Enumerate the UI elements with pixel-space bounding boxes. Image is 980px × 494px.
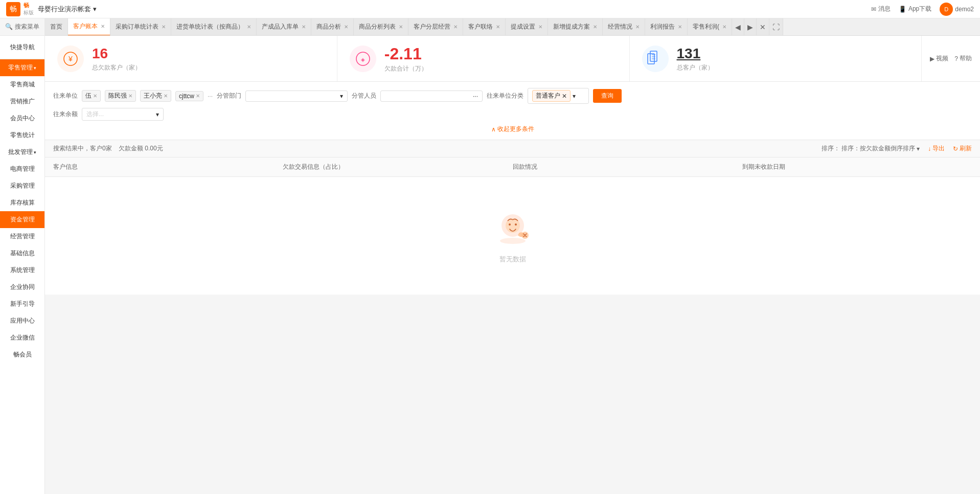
message-btn[interactable]: ✉ 消息: [871, 5, 891, 13]
tab-customer-contact-close[interactable]: ✕: [496, 24, 500, 30]
tab-customer-ledger[interactable]: 客户账本 ✕: [68, 18, 110, 36]
tab-inbound-label: 进货单统计表（按商品）: [176, 23, 244, 31]
person-more: ···: [473, 93, 478, 100]
export-btn[interactable]: ↓ 导出: [928, 144, 945, 153]
sidebar-item-newbie[interactable]: 新手引导: [0, 296, 44, 312]
tab-home[interactable]: 首页: [45, 18, 68, 36]
user-area[interactable]: D demo2: [940, 3, 974, 16]
refresh-btn[interactable]: ↻ 刷新: [953, 144, 972, 153]
filter-tag-cjttcw[interactable]: cjttcw ✕: [175, 91, 203, 101]
tab-profit-report[interactable]: 利润报告 ✕: [645, 18, 688, 36]
app-download-btn[interactable]: 📱 App下载: [899, 5, 931, 13]
tab-retail-profit-close[interactable]: ✕: [722, 24, 726, 30]
filter-tag-unit[interactable]: 伍 ✕: [82, 90, 101, 102]
basic-info-label: 基础信息: [10, 250, 35, 257]
tab-production-in[interactable]: 产成品入库单 ✕: [257, 18, 311, 36]
svg-text:¥: ¥: [68, 55, 73, 63]
empty-text: 暂无数据: [499, 255, 526, 264]
tab-customer-tier-close[interactable]: ✕: [453, 24, 458, 30]
tag-cjttcw-close[interactable]: ✕: [196, 93, 200, 99]
sidebar-item-retail-mall[interactable]: 零售商城: [0, 76, 44, 93]
sidebar-search-label: 搜索菜单: [15, 23, 39, 30]
tab-commission-label: 提成设置: [511, 23, 535, 31]
filter-tag-wang[interactable]: 王小亮 ✕: [140, 90, 171, 102]
tab-nav-next[interactable]: ▶: [744, 18, 757, 36]
tab-maximize[interactable]: ⛶: [769, 18, 783, 36]
help-doc-btn[interactable]: ? 帮助: [954, 54, 972, 63]
tab-production-close[interactable]: ✕: [302, 24, 306, 30]
tag-chen-close[interactable]: ✕: [128, 93, 132, 99]
sidebar-item-operations[interactable]: 经营管理: [0, 228, 44, 245]
tab-add-commission-plan[interactable]: 新增提成方案 ✕: [548, 18, 603, 36]
tab-retail-profit[interactable]: 零售利润( ✕: [688, 18, 732, 36]
tag-wang-close[interactable]: ✕: [164, 93, 168, 99]
debtors-label: 总欠款客户（家）: [92, 63, 141, 72]
sidebar-item-wholesale-mgmt[interactable]: 批发管理 ▾: [0, 144, 44, 161]
tab-customer-ledger-close[interactable]: ✕: [101, 24, 105, 29]
query-button[interactable]: 查询: [593, 89, 622, 103]
balance-label: 往来余额: [53, 110, 78, 119]
sort-select[interactable]: 排序： 排序：按欠款金额倒序排序 ▾: [822, 144, 920, 153]
sidebar-item-inventory[interactable]: 库存核算: [0, 194, 44, 211]
app-edition: 标版: [24, 9, 34, 16]
tab-commission-close[interactable]: ✕: [538, 24, 542, 30]
tab-product-list-close[interactable]: ✕: [399, 24, 403, 30]
tab-business-status[interactable]: 经营情况 ✕: [603, 18, 645, 36]
avatar: D: [940, 3, 953, 16]
dept-select[interactable]: ▾: [245, 91, 348, 102]
purchase-label: 采购管理: [10, 182, 35, 189]
store-selector[interactable]: 母婴行业演示帐套 ▾: [38, 5, 97, 14]
filter-more-btn[interactable]: ···: [208, 93, 213, 100]
category-tag-value: 普通客户: [536, 92, 560, 100]
tab-profit-close[interactable]: ✕: [678, 24, 682, 30]
sidebar-item-wechat[interactable]: 企业微信: [0, 329, 44, 346]
tab-product-analysis[interactable]: 商品分析 ✕: [311, 18, 354, 36]
tab-close-all[interactable]: ✕: [757, 18, 769, 36]
chevron-icon-2: ▾: [34, 150, 36, 155]
sidebar-item-ecommerce[interactable]: 电商管理: [0, 161, 44, 177]
tab-commission-settings[interactable]: 提成设置 ✕: [506, 18, 548, 36]
collapse-btn[interactable]: ∧ 收起更多条件: [53, 125, 972, 133]
category-tag-close[interactable]: ✕: [562, 93, 567, 100]
filter-tag-chen[interactable]: 陈民强 ✕: [105, 90, 136, 102]
tab-product-analysis-list[interactable]: 商品分析列表 ✕: [354, 18, 408, 36]
page-content: ¥ 16 总欠款客户（家） ◈: [45, 36, 980, 494]
tab-product-list-label: 商品分析列表: [359, 23, 396, 31]
message-label: 消息: [878, 5, 891, 13]
sidebar-item-marketing[interactable]: 营销推广: [0, 93, 44, 110]
tab-business-close[interactable]: ✕: [635, 24, 640, 30]
sidebar-item-basic-info[interactable]: 基础信息: [0, 245, 44, 262]
tab-nav-prev[interactable]: ◀: [732, 18, 744, 36]
tab-product-analysis-label: 商品分析: [316, 23, 341, 31]
sidebar-item-finance[interactable]: 资金管理: [0, 211, 44, 228]
sidebar-item-changhui[interactable]: 畅会员: [0, 346, 44, 363]
tag-unit-close[interactable]: ✕: [93, 93, 97, 99]
sidebar-item-system[interactable]: 系统管理: [0, 262, 44, 279]
tab-product-analysis-close[interactable]: ✕: [344, 24, 348, 30]
member-center-label: 会员中心: [10, 115, 35, 122]
tab-customer-contact[interactable]: 客户联络 ✕: [463, 18, 506, 36]
tab-inbound-close[interactable]: ✕: [247, 24, 251, 30]
tab-add-commission-close[interactable]: ✕: [593, 24, 597, 30]
dept-label: 分管部门: [217, 92, 241, 100]
sidebar-item-purchase[interactable]: 采购管理: [0, 177, 44, 194]
logo-char: 畅: [10, 5, 17, 14]
sidebar-item-quick-nav[interactable]: 快捷导航: [0, 39, 44, 56]
sidebar-item-app-center[interactable]: 应用中心: [0, 312, 44, 329]
tab-inbound-stats[interactable]: 进货单统计表（按商品） ✕: [171, 18, 257, 36]
sidebar-item-member-center[interactable]: 会员中心: [0, 110, 44, 127]
category-select[interactable]: 普通客户 ✕ ▾: [528, 88, 589, 104]
tab-profit-label: 利润报告: [650, 23, 675, 31]
sidebar-search[interactable]: 🔍 搜索菜单: [0, 18, 44, 36]
person-select[interactable]: ···: [380, 91, 483, 102]
sidebar-item-retail-stats[interactable]: 零售统计: [0, 127, 44, 144]
tab-purchase-close[interactable]: ✕: [162, 24, 166, 30]
tab-purchase-order-stats[interactable]: 采购订单统计表 ✕: [110, 18, 171, 36]
tab-customer-tier[interactable]: 客户分层经营 ✕: [408, 18, 463, 36]
top-bar-right: ✉ 消息 📱 App下载 D demo2: [871, 3, 974, 16]
sidebar-item-enterprise-collab[interactable]: 企业协同: [0, 279, 44, 296]
video-help-btn[interactable]: ▶ 视频: [930, 54, 948, 63]
category-tag[interactable]: 普通客户 ✕: [532, 90, 571, 102]
balance-select[interactable]: 选择... ▾: [82, 108, 164, 121]
sidebar-item-retail-mgmt[interactable]: 零售管理 ▾: [0, 59, 44, 76]
